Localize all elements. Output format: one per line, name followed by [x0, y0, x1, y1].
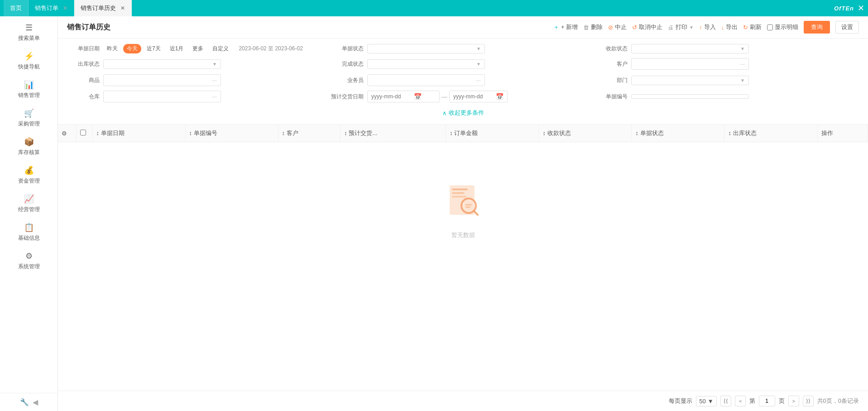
- date-separator: —: [441, 93, 447, 100]
- date-tag-custom[interactable]: 自定义: [209, 44, 232, 53]
- order-status-select[interactable]: ▼: [367, 44, 485, 53]
- stop-icon: ⊘: [608, 24, 613, 31]
- customer-dots-icon: ···: [739, 60, 745, 68]
- last-page-btn[interactable]: ⟩⟩: [803, 396, 814, 406]
- calendar-end-icon[interactable]: 📅: [496, 93, 504, 100]
- sidebar-collapse-btn[interactable]: ◀: [33, 398, 38, 406]
- tab-sales-order[interactable]: 销售订单 ✕: [29, 0, 74, 16]
- sidebar-item-capital-mgmt[interactable]: 💰 资金管理: [0, 161, 58, 189]
- completion-status-label: 完成状态: [331, 60, 367, 68]
- empty-illustration: [441, 179, 486, 224]
- order-number-input[interactable]: [631, 94, 749, 99]
- sidebar-item-ops-mgmt[interactable]: 📈 经营管理: [0, 189, 58, 218]
- th-ship-status-label: ↕ 出库状态: [728, 130, 756, 136]
- th-customer-label: ↕ 客户: [282, 130, 298, 136]
- th-settings[interactable]: ⚙: [58, 125, 76, 142]
- tab-sales-order-history[interactable]: 销售订单历史 ✕: [74, 0, 132, 16]
- date-tag-7days[interactable]: 近7天: [143, 44, 164, 53]
- delivery-date-start-group: 📅: [367, 91, 440, 102]
- date-range-display: 2023-06-02 至 2023-06-02: [239, 45, 302, 53]
- svg-point-5: [464, 201, 473, 210]
- inventory-check-icon: 📦: [24, 137, 34, 147]
- th-order-status: ↕ 单据状态: [632, 125, 724, 142]
- sidebar-item-search-menu[interactable]: ☰ 搜索菜单: [0, 18, 58, 47]
- top-bar-right: OfTEn ✕: [834, 3, 864, 13]
- delivery-date-end-input[interactable]: [453, 93, 494, 100]
- page-size-select[interactable]: 50 ▼: [696, 396, 716, 406]
- th-ship-status: ↕ 出库状态: [724, 125, 817, 142]
- window-close-btn[interactable]: ✕: [858, 3, 864, 13]
- next-page-btn[interactable]: ＞: [788, 396, 799, 406]
- prev-page-btn[interactable]: ＜: [735, 396, 746, 406]
- sidebar-settings-btn[interactable]: 🔧: [20, 398, 29, 406]
- warehouse-input[interactable]: ···: [103, 91, 221, 102]
- current-page-input[interactable]: [759, 396, 775, 406]
- sales-order-tab-close[interactable]: ✕: [63, 5, 67, 11]
- sidebar-item-system-mgmt[interactable]: ⚙ 系统管理: [0, 247, 58, 275]
- customer-input[interactable]: ···: [631, 58, 749, 70]
- shipment-status-select[interactable]: ▼: [103, 59, 221, 69]
- sales-order-history-tab-close[interactable]: ✕: [120, 5, 125, 11]
- cancel-stop-icon: ↺: [632, 24, 637, 31]
- sidebar-item-basic-info-label: 基础信息: [18, 234, 40, 242]
- customer-label: 客户: [595, 60, 631, 68]
- quick-nav-icon: ⚡: [24, 51, 34, 61]
- sidebar-item-sales-mgmt[interactable]: 📊 销售管理: [0, 75, 58, 104]
- department-select[interactable]: ▼: [631, 76, 749, 85]
- basic-info-icon: 📋: [24, 222, 34, 232]
- date-filter-label: 单据日期: [67, 45, 103, 53]
- page-size-label: 每页显示: [669, 397, 692, 405]
- new-btn[interactable]: ＋ + 新增: [553, 23, 578, 31]
- collapse-btn[interactable]: ∧ 收起更多条件: [67, 107, 859, 119]
- completion-status-select[interactable]: ▼: [367, 59, 485, 69]
- filter-row-1: 单据日期 昨天 今天 近7天 近1月 更多 自定义 2023-06-02 至 2…: [67, 44, 859, 53]
- display-detail-checkbox[interactable]: 显示明细: [767, 23, 798, 31]
- sidebar-item-sales-mgmt-label: 销售管理: [18, 92, 40, 99]
- payment-status-label: 收款状态: [595, 45, 631, 53]
- th-amount: ↕ 订单金额: [446, 125, 539, 142]
- product-input[interactable]: ···: [103, 74, 221, 86]
- display-detail-label: 显示明细: [775, 23, 798, 31]
- sidebar-item-purchase-mgmt[interactable]: 🛒 采购管理: [0, 104, 58, 132]
- stop-btn[interactable]: ⊘ 中止: [608, 23, 627, 31]
- table-head: ⚙ ↕ 单据日期 ↕ 单据编号 ↕ 客户: [58, 125, 868, 142]
- select-all-checkbox[interactable]: [80, 130, 86, 135]
- sidebar-item-quick-nav[interactable]: ⚡ 快捷导航: [0, 47, 58, 75]
- page-size-arrow-icon: ▼: [708, 398, 714, 405]
- sidebar-bottom: 🔧 ◀: [0, 393, 58, 411]
- query-btn[interactable]: 查询: [804, 21, 830, 34]
- calendar-start-icon[interactable]: 📅: [414, 93, 422, 100]
- product-dots-icon: ···: [211, 77, 217, 84]
- svg-rect-1: [452, 189, 468, 190]
- print-btn[interactable]: 🖨 打印 ▼: [668, 23, 694, 31]
- delete-btn[interactable]: 🗑 删除: [583, 23, 603, 31]
- sidebar-item-basic-info[interactable]: 📋 基础信息: [0, 218, 58, 247]
- display-detail-input[interactable]: [767, 24, 773, 30]
- date-tag-yesterday[interactable]: 昨天: [103, 44, 121, 53]
- import-btn[interactable]: ↑ 导入: [699, 23, 716, 31]
- th-checkbox[interactable]: [76, 125, 92, 142]
- sidebar-item-ops-mgmt-label: 经营管理: [18, 206, 40, 213]
- export-btn[interactable]: ↓ 导出: [721, 23, 738, 31]
- salesperson-label: 业务员: [331, 77, 367, 84]
- date-tag-more[interactable]: 更多: [189, 44, 207, 53]
- settings-btn[interactable]: 设置: [835, 21, 859, 34]
- cancel-stop-btn[interactable]: ↺ 取消中止: [632, 23, 662, 31]
- tab-home[interactable]: 首页: [4, 0, 29, 16]
- svg-rect-3: [452, 196, 466, 198]
- sidebar-item-search-menu-label: 搜索菜单: [18, 34, 40, 42]
- date-tag-today[interactable]: 今天: [123, 44, 141, 53]
- delivery-date-start-input[interactable]: [371, 93, 412, 100]
- filter-row-4: 仓库 ··· 预计交货日期 📅 — 📅: [67, 91, 859, 102]
- sidebar-item-inventory-check[interactable]: 📦 库存核算: [0, 132, 58, 161]
- th-action: 操作: [817, 125, 868, 142]
- salesperson-input[interactable]: ···: [367, 74, 485, 86]
- sidebar-item-purchase-mgmt-label: 采购管理: [18, 120, 40, 128]
- page-title: 销售订单历史: [67, 23, 110, 32]
- first-page-btn[interactable]: ⟨⟨: [720, 396, 731, 406]
- refresh-btn[interactable]: ↻ 刷新: [743, 23, 762, 31]
- filter-row-2: 出库状态 ▼ 完成状态 ▼ 客户: [67, 58, 859, 70]
- date-tag-1month[interactable]: 近1月: [166, 44, 187, 53]
- payment-status-select[interactable]: ▼: [631, 44, 749, 53]
- settings-icon[interactable]: ⚙: [62, 130, 67, 137]
